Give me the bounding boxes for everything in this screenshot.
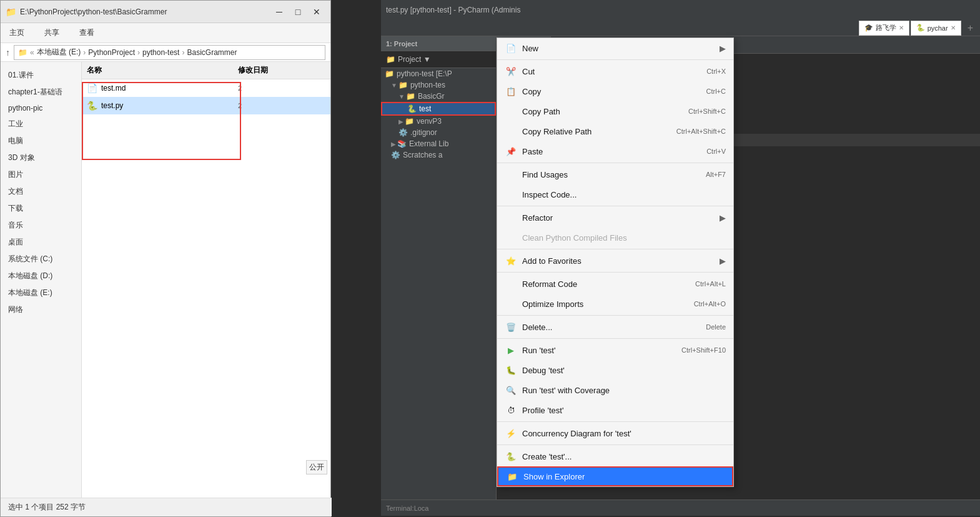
sidebar-item-4[interactable]: 电脑: [1, 133, 81, 149]
ctx-paste-label: Paste: [522, 147, 699, 156]
browser-tab-lufeizue[interactable]: 🎓 路飞学 ✕: [859, 21, 909, 36]
ctx-delete-label: Delete...: [522, 323, 698, 332]
ctx-item-refactor[interactable]: Refactor ▶: [497, 208, 733, 228]
tree-venvp3[interactable]: ▶ 📁 venvP3: [381, 116, 496, 127]
tree-gitignore[interactable]: ⚙️ .gitignor: [381, 127, 496, 138]
ctx-copypath-label: Copy Path: [522, 107, 681, 116]
tree-external-lib[interactable]: ▶ 📚 External Lib: [381, 138, 496, 149]
ctx-clean-label: Clean Python Compiled Files: [522, 233, 726, 243]
tree-label-4: venvP3: [417, 117, 442, 126]
ctx-item-delete[interactable]: 🗑️ Delete... Delete: [497, 317, 733, 337]
ribbon-view[interactable]: 查看: [76, 25, 98, 41]
sidebar-item-5[interactable]: 3D 对象: [1, 149, 81, 166]
ctx-item-paste[interactable]: 📌 Paste Ctrl+V: [497, 141, 733, 161]
browser-tab-pycharm[interactable]: 🐍 pychar ✕: [911, 21, 961, 36]
tree-python-tes[interactable]: ▼ 📁 python-tes: [381, 79, 496, 91]
sidebar-item-0[interactable]: 01.课件: [1, 67, 81, 84]
maximize-button[interactable]: □: [289, 5, 307, 19]
ctx-findusages-label: Find Usages: [522, 170, 698, 179]
ctx-item-add-favorites[interactable]: ⭐ Add to Favorites ▶: [497, 251, 733, 271]
tree-test-py[interactable]: 🐍 test: [381, 102, 496, 116]
ctx-item-find-usages[interactable]: Find Usages Alt+F7: [497, 164, 733, 184]
ctx-item-run[interactable]: ▶ Run 'test' Ctrl+Shift+F10: [497, 340, 733, 360]
sidebar-item-6[interactable]: 图片: [1, 166, 81, 183]
sidebar-item-11[interactable]: 系统文件 (C:): [1, 251, 81, 268]
sidebar-item-10[interactable]: 桌面: [1, 234, 81, 251]
sidebar-item-2[interactable]: python-pic: [1, 101, 81, 116]
close-button[interactable]: ✕: [308, 5, 325, 19]
sidebar-item-8[interactable]: 下载: [1, 200, 81, 217]
ctx-item-new[interactable]: 📄 New ▶: [497, 38, 733, 58]
sidebar-item-3[interactable]: 工业: [1, 116, 81, 133]
col-date-header: 修改日期: [238, 65, 325, 76]
ctx-new-icon: 📄: [505, 44, 517, 53]
ctx-item-reformat[interactable]: Reformat Code Ctrl+Alt+L: [497, 274, 733, 294]
file-icon-testmd: 📄: [87, 83, 97, 93]
ctx-debug-label: Debug 'test': [522, 366, 726, 375]
ctx-copy-icon: 📋: [505, 87, 517, 96]
ctx-favorites-icon: ⭐: [505, 256, 517, 266]
ctx-refactor-arrow: ▶: [720, 213, 726, 223]
ctx-concurrency-icon: ⚡: [505, 429, 517, 438]
tree-label-3: test: [419, 104, 431, 113]
ctx-item-copy[interactable]: 📋 Copy Ctrl+C: [497, 81, 733, 101]
ribbon-share[interactable]: 共享: [41, 25, 63, 41]
ctx-showexplorer-label: Show in Explorer: [523, 472, 725, 481]
ctx-reformat-shortcut: Ctrl+Alt+L: [695, 280, 726, 288]
tree-scratches[interactable]: ⚙️ Scratches a: [381, 149, 496, 161]
address-bar: ↑ 📁 « 本地磁盘 (E:) › PythonProject › python…: [1, 43, 330, 62]
tree-folder-icon-venv: 📁: [405, 117, 414, 126]
file-row-testmd[interactable]: 📄 test.md 2: [82, 79, 330, 97]
breadcrumb-part-2: PythonProject: [88, 48, 135, 57]
ctx-item-copy-rel-path[interactable]: Copy Relative Path Ctrl+Alt+Shift+C: [497, 121, 733, 141]
ctx-item-create[interactable]: 🐍 Create 'test'...: [497, 446, 733, 466]
sidebar-item-13[interactable]: 本地磁盘 (E:): [1, 284, 81, 301]
breadcrumb-part-4: BasicGrammer: [187, 48, 237, 57]
ctx-item-concurrency[interactable]: ⚡ Concurrency Diagram for 'test': [497, 423, 733, 443]
ctx-item-cut[interactable]: ✂️ Cut Ctrl+X: [497, 61, 733, 81]
sidebar-item-14[interactable]: 网络: [1, 301, 81, 318]
tree-arrow-extlib: ▶: [391, 141, 396, 148]
panel-title-label: 1: Project: [386, 40, 417, 48]
ribbon-home[interactable]: 主页: [6, 25, 28, 41]
panel-title: 1: Project: [381, 36, 496, 51]
ctx-item-copy-path[interactable]: Copy Path Ctrl+Shift+C: [497, 101, 733, 121]
browser-tab-lufeizue-close[interactable]: ✕: [899, 24, 904, 31]
nav-back[interactable]: ↑: [6, 48, 10, 58]
ctx-item-profile[interactable]: ⏱ Profile 'test': [497, 400, 733, 420]
minimize-button[interactable]: ─: [270, 5, 288, 19]
ctx-delete-icon: 🗑️: [505, 323, 517, 332]
ctx-refactor-label: Refactor: [522, 213, 716, 223]
public-label: 公开: [306, 460, 327, 474]
status-text: 选中 1 个项目 252 字节: [8, 502, 86, 513]
sidebar-item-7[interactable]: 文档: [1, 183, 81, 200]
project-label: Project ▼: [398, 55, 431, 64]
tree-folder-icon: 📁: [385, 69, 394, 78]
ctx-item-clean[interactable]: Clean Python Compiled Files: [497, 228, 733, 248]
ctx-sep-5: [497, 272, 733, 273]
browser-tab-pycharm-close[interactable]: ✕: [951, 24, 956, 31]
browser-tab-lufeizue-label: 路飞学: [876, 23, 896, 33]
ctx-paste-icon: 📌: [505, 147, 517, 156]
sidebar-item-12[interactable]: 本地磁盘 (D:): [1, 268, 81, 284]
ctx-item-coverage[interactable]: 🔍 Run 'test' with Coverage: [497, 380, 733, 400]
breadcrumb[interactable]: 📁 « 本地磁盘 (E:) › PythonProject › python-t…: [14, 45, 325, 60]
file-row-testpy[interactable]: 🐍 test.py 2: [82, 97, 330, 114]
ctx-inspect-label: Inspect Code...: [522, 190, 726, 199]
project-header[interactable]: 📁 Project ▼: [381, 51, 496, 68]
tree-python-test-root[interactable]: 📁 python-test [E:\P: [381, 68, 496, 79]
ctx-item-optimize[interactable]: Optimize Imports Ctrl+Alt+O: [497, 294, 733, 314]
ctx-item-show-explorer[interactable]: 📁 Show in Explorer: [497, 466, 733, 486]
ctx-favorites-arrow: ▶: [720, 256, 726, 266]
ctx-copyrelpath-label: Copy Relative Path: [522, 127, 669, 136]
tree-arrow-expand: ▼: [391, 82, 397, 89]
tree-basicgr[interactable]: ▼ 📁 BasicGr: [381, 91, 496, 102]
ctx-sep-3: [497, 206, 733, 206]
sidebar-item-9[interactable]: 音乐: [1, 217, 81, 234]
ctx-item-inspect[interactable]: Inspect Code...: [497, 184, 733, 204]
browser-tab-pycharm-icon: 🐍: [916, 24, 925, 32]
explorer-icon: 📁: [6, 7, 16, 17]
browser-tab-add[interactable]: +: [963, 23, 978, 34]
sidebar-item-1[interactable]: chapter1-基础语: [1, 84, 81, 101]
ctx-item-debug[interactable]: 🐛 Debug 'test': [497, 360, 733, 380]
